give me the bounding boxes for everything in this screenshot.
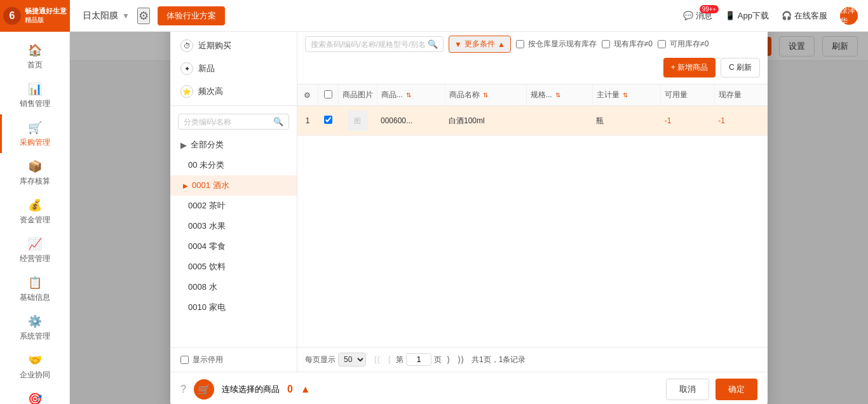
cat-liquor-arrow-icon: ▶ xyxy=(183,182,188,189)
sidebar-item-operation[interactable]: 📈 经营管理 xyxy=(0,231,69,269)
cart-icon[interactable]: 🛒 xyxy=(194,379,214,400)
message-icon: 💬 xyxy=(683,11,693,20)
sidebar-item-home[interactable]: 🏠 首页 xyxy=(0,37,69,76)
sidebar-item-inventory[interactable]: 📦 库存核算 xyxy=(0,153,69,192)
last-page-button[interactable]: ⟩⟩ xyxy=(455,353,466,366)
cat-item-beverage[interactable]: 0005 饮料 xyxy=(170,257,297,277)
table-row[interactable]: 1 图 000600... xyxy=(297,106,768,136)
nav-online-service[interactable]: 🎧 在线客服 xyxy=(782,10,827,22)
row-checkbox[interactable] xyxy=(324,116,332,124)
cat-item-water[interactable]: 0008 水 xyxy=(170,277,297,297)
store-selector[interactable]: 日太阳膜 ▼ xyxy=(83,10,130,22)
checkbox-current-stock[interactable]: 现有库存≠0 xyxy=(602,39,653,50)
high-frequency-icon: ⭐ xyxy=(180,85,193,98)
sidebar-item-basics[interactable]: 📋 基础信息 xyxy=(0,269,69,308)
sidebar-item-sales[interactable]: 📊 销售管理 xyxy=(0,76,69,114)
select-all-checkbox[interactable] xyxy=(324,90,332,98)
sidebar-item-finance[interactable]: 💰 资金管理 xyxy=(0,192,69,231)
product-name: 白酒100ml xyxy=(449,116,485,125)
mobile-icon: 📱 xyxy=(725,11,735,20)
sidebar-item-purchase[interactable]: 🛒 采购管理 xyxy=(0,114,69,153)
next-page-button[interactable]: ⟩ xyxy=(444,353,452,366)
filter-icon: ▼ xyxy=(454,40,462,49)
modal-footer: ? 🛒 连续选择的商品 0 ▲ 取消 确定 xyxy=(170,372,768,404)
nav-message[interactable]: 💬 消息 99++ xyxy=(683,10,712,22)
search-icon[interactable]: 🔍 xyxy=(428,39,438,49)
col-unit[interactable]: 主计量 ⇅ xyxy=(592,84,661,106)
avatar: 徐泽华 xyxy=(840,7,858,25)
system-icon: ⚙️ xyxy=(28,314,42,328)
row-settings-cell: 1 xyxy=(297,106,318,136)
row-code-cell: 000600... xyxy=(377,106,445,136)
sidebar-item-guide[interactable]: 🎯 新手引导 xyxy=(0,386,69,404)
page-number-input[interactable] xyxy=(406,353,431,366)
new-products-icon: ✦ xyxy=(180,62,193,75)
show-disabled-label: 显示停用 xyxy=(193,354,223,365)
recent-purchase-icon: ⏱ xyxy=(180,39,193,52)
toolbar-actions: + 新增商品 C 刷新 xyxy=(663,58,760,77)
warehouse-stock-checkbox[interactable] xyxy=(516,40,524,48)
available-stock-label: 可用库存≠0 xyxy=(670,39,709,50)
collapse-icon[interactable]: ▲ xyxy=(301,384,311,395)
sidebar-label-enterprise: 企业协同 xyxy=(20,370,50,380)
category-search-icon[interactable]: 🔍 xyxy=(273,117,283,126)
row-unit-cell: 瓶 xyxy=(592,106,661,136)
per-page-select[interactable]: 50 xyxy=(338,353,366,367)
logo: 6 畅捷通好生意 精品版 xyxy=(0,0,70,32)
checkbox-warehouse-stock[interactable]: 按仓库显示现有库存 xyxy=(516,39,597,50)
more-filter-button[interactable]: ▼ 更多条件 ▲ xyxy=(449,36,511,53)
cat-item-liquor[interactable]: ▶ 0001 酒水 xyxy=(170,175,297,196)
cat-item-snack[interactable]: 0004 零食 xyxy=(170,236,297,257)
help-icon[interactable]: ? xyxy=(180,384,186,395)
tab-high-frequency[interactable]: ⭐ 频次高 xyxy=(170,80,297,103)
tab-recent-purchase[interactable]: ⏱ 近期购买 xyxy=(170,34,297,57)
confirm-button[interactable]: 确定 xyxy=(715,379,757,400)
cat-item-fruit[interactable]: 0003 水果 xyxy=(170,216,297,236)
cat-appliance-label: 0010 家电 xyxy=(188,302,226,313)
add-product-button[interactable]: + 新增商品 xyxy=(663,58,715,77)
trial-button[interactable]: 体验行业方案 xyxy=(158,6,225,25)
show-disabled-checkbox[interactable] xyxy=(180,356,189,364)
total-records-label: 共1页，1条记录 xyxy=(471,354,526,365)
sidebar-item-system[interactable]: ⚙️ 系统管理 xyxy=(0,308,69,347)
cancel-button[interactable]: 取消 xyxy=(666,379,709,400)
col-name[interactable]: 商品名称 ⇅ xyxy=(445,84,526,106)
tab-new-products[interactable]: ✦ 新品 xyxy=(170,57,297,80)
nav-user[interactable]: 徐泽华 xyxy=(840,7,858,25)
nav-app-download[interactable]: 📱 App下载 xyxy=(725,10,769,22)
current-stock-checkbox[interactable] xyxy=(602,40,610,48)
cat-item-appliance[interactable]: 0010 家电 xyxy=(170,297,297,318)
sidebar-label-purchase: 采购管理 xyxy=(20,137,50,148)
row-check-cell[interactable] xyxy=(318,106,338,136)
high-frequency-label: 频次高 xyxy=(198,86,223,97)
modal-toolbar: 🔍 ▼ 更多条件 ▲ 按仓库显示现有库存 xyxy=(297,32,768,84)
cat-unclassified-label: 00 未分类 xyxy=(188,159,224,171)
purchase-icon: 🛒 xyxy=(28,121,42,135)
product-search-box: 🔍 xyxy=(305,36,444,52)
cat-item-all[interactable]: ▶ 全部分类 xyxy=(170,135,297,155)
prev-page-button[interactable]: ⟨ xyxy=(385,353,393,366)
page-label-end: 页 xyxy=(434,354,442,365)
available-stock-checkbox[interactable] xyxy=(658,40,666,48)
sidebar-label-operation: 经营管理 xyxy=(20,253,50,264)
product-reference-modal: 商品参照 ✕ ⏱ 近期购买 ✦ 新品 xyxy=(170,32,768,404)
selected-count: 0 xyxy=(287,384,293,395)
page-navigation: ⟨⟨ ⟨ 第 页 ⟩ ⟩⟩ xyxy=(371,353,466,366)
settings-icon[interactable]: ⚙ xyxy=(137,8,150,24)
finance-icon: 💰 xyxy=(28,198,42,212)
message-badge: 99++ xyxy=(700,5,719,13)
col-spec[interactable]: 规格... ⇅ xyxy=(526,84,592,106)
col-code[interactable]: 商品... ⇅ xyxy=(377,84,445,106)
product-search-input[interactable] xyxy=(311,40,425,49)
sidebar-item-enterprise[interactable]: 🤝 企业协同 xyxy=(0,347,69,386)
modal-left-panel: ⏱ 近期购买 ✦ 新品 ⭐ 频次高 xyxy=(170,32,297,372)
sidebar: 🏠 首页 📊 销售管理 🛒 采购管理 📦 库存核算 💰 资金管理 📈 经营管理 … xyxy=(0,32,70,404)
cat-item-unclassified[interactable]: 00 未分类 xyxy=(170,155,297,175)
category-search-input[interactable] xyxy=(184,118,271,126)
cat-item-tea[interactable]: 0002 茶叶 xyxy=(170,196,297,216)
cat-water-label: 0008 水 xyxy=(188,281,217,293)
table-header-row: ⚙ 商品图片 商品... ⇅ xyxy=(297,84,768,106)
refresh-table-button[interactable]: C 刷新 xyxy=(721,58,760,77)
checkbox-available-stock[interactable]: 可用库存≠0 xyxy=(658,39,709,50)
first-page-button[interactable]: ⟨⟨ xyxy=(371,353,383,366)
